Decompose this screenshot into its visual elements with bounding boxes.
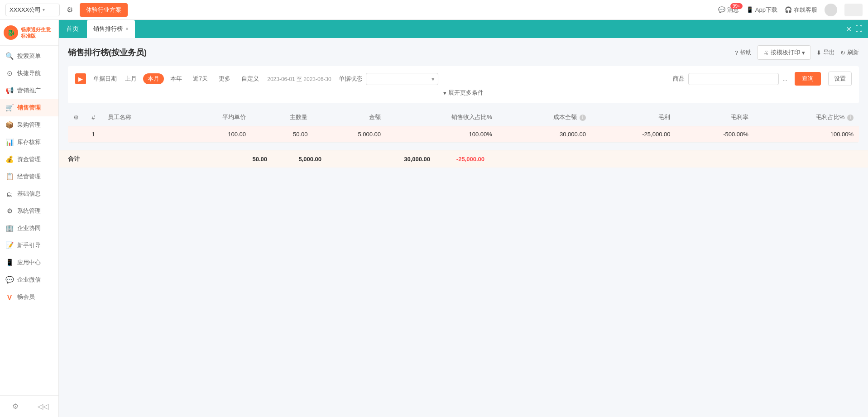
- notification-btn[interactable]: 💬 消息 99+: [718, 6, 739, 14]
- settings-button[interactable]: 设置: [828, 72, 852, 86]
- megaphone-icon: 📢: [5, 86, 14, 95]
- tab-close-window-icon[interactable]: ✕: [846, 25, 852, 34]
- app-download-btn[interactable]: 📱 App下载: [746, 6, 777, 14]
- col-header-total: 金额: [313, 109, 386, 126]
- sidebar-item-label: 资金管理: [17, 155, 41, 163]
- expand-down-icon: ▾: [443, 90, 446, 96]
- top-bar: XXXXX公司 ▾ ⚙ 体验行业方案 💬 消息 99+ 📱 App下载 🎧 在线…: [0, 0, 868, 20]
- page-header: 销售排行榜(按业务员) ? 帮助 🖨 按模板打印 ▾: [68, 45, 859, 60]
- logo-text: 畅康通好生意 标准版: [21, 26, 51, 39]
- col-header-settings[interactable]: ⚙: [68, 109, 84, 126]
- expand-conditions-btn[interactable]: ▾ 展开更多条件: [443, 89, 484, 97]
- sidebar-item-label: 营销推广: [17, 86, 41, 95]
- sidebar-item-inventory[interactable]: 📊 库存核算: [0, 134, 58, 151]
- status-filter: 单据状态: [339, 73, 438, 85]
- tab-fullscreen-icon[interactable]: ⛶: [855, 25, 863, 33]
- company-selector[interactable]: XXXXX公司 ▾: [5, 4, 60, 16]
- building-icon: 🏢: [5, 224, 14, 232]
- sidebar-item-label: 新手引导: [17, 241, 41, 249]
- date-tab-custom[interactable]: 自定义: [237, 73, 264, 84]
- top-bar-left: XXXXX公司 ▾ ⚙ 体验行业方案: [5, 3, 128, 17]
- status-select[interactable]: [366, 73, 438, 85]
- row-total-cell: 5,000.00: [313, 126, 386, 143]
- content-area: 首页 销售排行榜 × ✕ ⛶ 销售排行榜(按业务员): [59, 20, 868, 417]
- date-tab-prev-month[interactable]: 上月: [120, 73, 141, 84]
- sidebar-item-sales[interactable]: 🛒 销售管理: [0, 99, 58, 116]
- row-name-cell: [102, 126, 177, 143]
- table-header-row: ⚙ # 员工名称 平均单价 主数量 金额 销售收入占比% 成本全额: [68, 109, 859, 126]
- row-num-cell: 1: [84, 126, 102, 143]
- goods-input[interactable]: [688, 73, 779, 85]
- print-btn[interactable]: 🖨 按模板打印 ▾: [757, 45, 811, 60]
- trial-button[interactable]: 体验行业方案: [80, 3, 128, 17]
- profit-pct-info-icon[interactable]: i: [847, 115, 854, 121]
- query-button[interactable]: 查询: [795, 72, 821, 86]
- footer-cost-total: 30,000.00: [376, 156, 430, 163]
- headset-icon: 🎧: [785, 6, 792, 13]
- tab-right-actions: ✕ ⛶: [846, 25, 868, 34]
- cost-info-icon[interactable]: i: [580, 115, 586, 121]
- sidebar-collapse-btn[interactable]: ◁◁: [31, 399, 55, 413]
- search-icon: 🔍: [5, 52, 14, 60]
- sidebar-item-operation[interactable]: 📋 经营管理: [0, 168, 58, 185]
- tab-label: 销售排行榜: [93, 25, 123, 33]
- col-header-cost-total: 成本全额 i: [498, 109, 591, 126]
- sidebar-item-wechat[interactable]: 💬 企业微信: [0, 271, 58, 288]
- sidebar-settings-btn[interactable]: ⚙: [4, 399, 28, 413]
- tab-home[interactable]: 首页: [59, 20, 86, 38]
- page-title: 销售排行榜(按业务员): [68, 47, 147, 58]
- sidebar-item-label: 搜索菜单: [17, 52, 41, 60]
- tab-sales-ranking[interactable]: 销售排行榜 ×: [87, 20, 135, 38]
- user-info[interactable]: [844, 4, 863, 16]
- date-tab-current-month[interactable]: 本月: [143, 73, 164, 84]
- sidebar-item-label: 销售管理: [17, 104, 41, 112]
- sidebar-item-label: 系统管理: [17, 207, 41, 215]
- row-profit-cell: -25,000.00: [591, 126, 676, 143]
- sidebar-item-collab[interactable]: 🏢 企业协同: [0, 220, 58, 237]
- cart-icon: 🛒: [5, 104, 14, 112]
- filter-toggle-btn[interactable]: ▶: [75, 73, 86, 84]
- sidebar-item-member[interactable]: V 畅会员: [0, 288, 58, 306]
- total-values: 50.00 5,000.00 30,000.00 -25,000.00: [158, 156, 859, 163]
- sidebar-items: 🔍 搜索菜单 ⊙ 快捷导航 📢 营销推广 🛒 销售管理 📦 采购管理: [0, 46, 58, 395]
- row-avg-price-cell: 100.00: [177, 126, 252, 143]
- footer-sales-pct: [321, 156, 376, 163]
- avatar[interactable]: [825, 4, 837, 16]
- date-range-text: 2023-06-01 至 2023-06-30: [267, 76, 331, 83]
- settings-icon[interactable]: ⚙: [63, 4, 76, 16]
- chart-icon: 📊: [5, 138, 14, 146]
- export-btn[interactable]: ⬇ 导出: [816, 48, 835, 57]
- sidebar-item-quick-nav[interactable]: ⊙ 快捷导航: [0, 65, 58, 82]
- goods-filter-label: 商品: [673, 75, 685, 83]
- notification-icon: 💬: [718, 6, 725, 13]
- date-tab-current-year[interactable]: 本年: [166, 73, 187, 84]
- print-chevron-icon: ▾: [802, 49, 805, 56]
- footer-total: 5,000.00: [267, 156, 321, 163]
- tab-close-icon[interactable]: ×: [125, 26, 129, 32]
- row-main-qty-cell: 50.00: [251, 126, 313, 143]
- help-btn[interactable]: ? 帮助: [735, 48, 752, 57]
- notification-badge: 99+: [730, 3, 743, 9]
- sidebar-item-guide[interactable]: 📝 新手引导: [0, 237, 58, 254]
- sidebar-item-finance[interactable]: 💰 资金管理: [0, 151, 58, 168]
- sidebar-item-purchase[interactable]: 📦 采购管理: [0, 116, 58, 134]
- sidebar-item-basic-info[interactable]: 🗂 基础信息: [0, 185, 58, 202]
- date-tab-7days[interactable]: 近7天: [188, 73, 212, 84]
- sidebar-item-search[interactable]: 🔍 搜索菜单: [0, 48, 58, 65]
- footer-avg-price: [158, 156, 213, 163]
- goods-more-btn[interactable]: ...: [782, 76, 787, 82]
- sidebar-item-app-center[interactable]: 📱 应用中心: [0, 254, 58, 271]
- company-name: XXXXX公司: [10, 6, 41, 14]
- sidebar-item-label: 采购管理: [17, 121, 41, 129]
- sidebar-item-marketing[interactable]: 📢 营销推广: [0, 82, 58, 99]
- sidebar-item-system[interactable]: ⚙ 系统管理: [0, 202, 58, 220]
- date-tab-more[interactable]: 更多: [214, 73, 235, 84]
- sidebar-item-label: 畅会员: [17, 293, 35, 301]
- footer-profit: -25,000.00: [430, 156, 484, 163]
- date-filter-label: 单据日期: [93, 75, 117, 83]
- online-service-btn[interactable]: 🎧 在线客服: [785, 6, 817, 14]
- box-icon: 📦: [5, 121, 14, 129]
- table-footer: 合计 50.00 5,000.00 30,000.00 -25,000.00: [59, 150, 868, 168]
- refresh-btn[interactable]: ↻ 刷新: [840, 48, 859, 57]
- home-icon: ⊙: [5, 69, 14, 77]
